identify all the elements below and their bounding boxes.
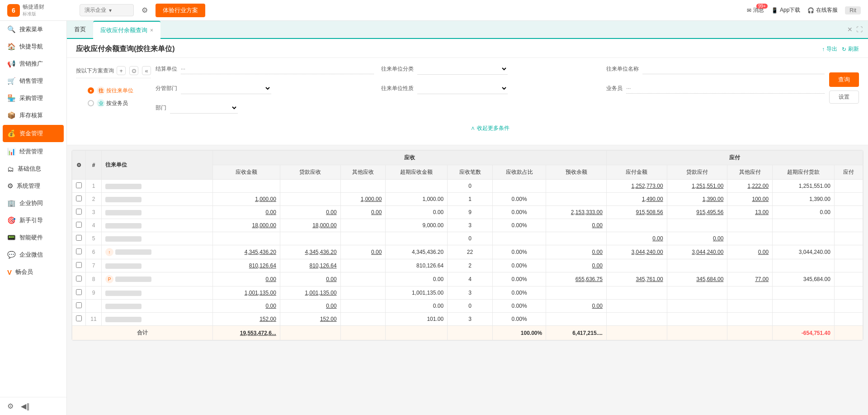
table-row: 11152.00152.00101.0030.00%: [72, 313, 863, 326]
quick-nav-icon: 🏠: [7, 43, 16, 51]
sidebar-item-label: 基础信息: [18, 165, 41, 173]
sidebar-item-label: 库存核算: [19, 111, 43, 119]
sidebar-settings-icon[interactable]: ⚙: [7, 402, 14, 410]
sidebar-item-search-menu[interactable]: 🔍 搜索菜单: [0, 21, 66, 38]
tab-bar: 首页 应收应付余额查询 × ✕ ⛶: [67, 21, 868, 39]
sales-icon: 🛒: [7, 77, 16, 85]
sidebar-item-system[interactable]: ⚙ 系统管理: [0, 177, 66, 195]
col-gear[interactable]: ⚙: [72, 151, 86, 180]
download-icon: 📱: [771, 7, 778, 14]
operations-icon: 📊: [7, 148, 16, 156]
trial-button[interactable]: 体验行业方案: [156, 4, 205, 17]
col-ap-loan[interactable]: 贷款应付: [667, 165, 727, 180]
col-row-num: #: [86, 151, 102, 180]
filter-input-salesperson[interactable]: [626, 83, 825, 94]
top-bar: 6 畅捷通财 标准版 演示企业 ▾ ⚙ 体验行业方案 ✉ 消息 99+ 📱 Ap…: [0, 0, 868, 21]
filter-cell-nature: 往来单位性质: [381, 83, 599, 94]
col-ar-count[interactable]: 应收笔数: [448, 165, 493, 180]
filter-input-settle[interactable]: [181, 64, 374, 74]
table-row: 7810,126.64810,126.64810,126.6420.00%0.0…: [72, 259, 863, 272]
message-icon: ✉: [747, 7, 751, 14]
data-table: ⚙ # 往来单位 应收 应付 应收金额 贷款应收 其他应收 超期应收金额 应收笔…: [72, 150, 863, 340]
footer-ar-count: [448, 326, 493, 340]
footer-ar-other: [340, 326, 386, 340]
app-download-button[interactable]: 📱 App下载: [771, 6, 800, 14]
col-ar-amount[interactable]: 应收金额: [212, 165, 280, 180]
col-ar-prepay[interactable]: 预收余额: [546, 165, 607, 180]
sidebar-item-enterprise[interactable]: 🏢 企业协同: [0, 195, 66, 212]
nav-option-salesperson[interactable]: 业 按业务员: [85, 97, 151, 109]
online-service-button[interactable]: 🎧 在线客服: [807, 6, 838, 14]
footer-ap-other: [727, 326, 773, 340]
filter-row-2: 分管部门 往来单位性质 业务员: [156, 83, 825, 94]
sidebar-item-sales[interactable]: 🛒 销售管理: [0, 72, 66, 90]
radio-salesperson: [88, 100, 94, 106]
filter-scheme: 按以下方案查询 + ⊙ «: [76, 63, 151, 78]
col-ar-ratio[interactable]: 应收款占比: [492, 165, 546, 180]
footer-ap-amount: [606, 326, 667, 340]
messages-badge: 99+: [756, 4, 768, 9]
filter-select-category[interactable]: [417, 63, 508, 75]
tab-home[interactable]: 首页: [67, 21, 93, 38]
company-selector[interactable]: 演示企业 ▾: [80, 4, 134, 16]
query-button[interactable]: 查询: [829, 72, 859, 87]
filter-select-dept[interactable]: [181, 83, 271, 94]
scheme-settings-btn[interactable]: ⊙: [129, 66, 138, 75]
collapse-more-btn[interactable]: ∧ 收起更多条件: [156, 122, 825, 135]
window-expand-icon[interactable]: ⛶: [856, 26, 863, 33]
col-ap-other[interactable]: 其他应付: [727, 165, 773, 180]
filter-select-nature[interactable]: [417, 83, 508, 94]
export-button[interactable]: ↑ 导出: [822, 45, 837, 53]
filter-select-department[interactable]: [170, 102, 238, 114]
col-ap-amount[interactable]: 应付金额: [606, 165, 667, 180]
page-title-row: 应收应付余额查询(按往来单位) ↑ 导出 ↻ 刷新: [76, 44, 859, 57]
col-ar-loan[interactable]: 贷款应收: [280, 165, 340, 180]
filter-row-3: 部门: [156, 102, 825, 114]
filter-row-1: 结算单位 往来单位分类 往来单位名称: [156, 63, 825, 75]
purchase-icon: 🏪: [7, 94, 16, 102]
sidebar-item-inventory[interactable]: 📦 库存核算: [0, 107, 66, 124]
export-icon: ↑: [822, 46, 825, 52]
filter-label-dept: 分管部门: [156, 85, 177, 92]
sidebar-item-wechat[interactable]: 💬 企业微信: [0, 246, 66, 263]
page-actions: ↑ 导出 ↻ 刷新: [822, 45, 859, 53]
sidebar-item-label: 畅会员: [15, 268, 33, 276]
window-close-icon[interactable]: ✕: [847, 26, 853, 33]
sidebar-item-beginner[interactable]: 🎯 新手引导: [0, 212, 66, 229]
tab-close-icon[interactable]: ×: [150, 27, 153, 33]
sidebar-item-marketing[interactable]: 📢 营销推广: [0, 55, 66, 72]
messages-button[interactable]: ✉ 消息 99+: [747, 6, 764, 14]
top-settings-button[interactable]: ⚙: [138, 4, 151, 17]
scheme-collapse-btn[interactable]: «: [142, 66, 151, 75]
table-row: 6↑4,345,436.204,345,436.200.004,345,436.…: [72, 245, 863, 259]
user-avatar[interactable]: Rit: [845, 6, 861, 14]
sidebar-item-purchase[interactable]: 🏪 采购管理: [0, 90, 66, 107]
nav-option-partner[interactable]: ● 往 按往来单位: [85, 85, 151, 96]
col-ar-overdue[interactable]: 超期应收金额: [386, 165, 448, 180]
scheme-add-btn[interactable]: +: [117, 66, 126, 75]
tab-active[interactable]: 应收应付余额查询 ×: [93, 21, 160, 39]
vip-icon: V: [7, 268, 12, 276]
col-group-receivable: 应收: [212, 151, 606, 165]
col-ar-other[interactable]: 其他应收: [340, 165, 386, 180]
basic-info-icon: 🗂: [7, 165, 14, 173]
refresh-button[interactable]: ↻ 刷新: [842, 45, 859, 53]
system-icon: ⚙: [7, 182, 13, 190]
filter-input-partner-name[interactable]: [642, 64, 825, 74]
sidebar-item-operations[interactable]: 📊 经营管理: [0, 143, 66, 160]
sidebar-item-smart-hardware[interactable]: 📟 智能硬件: [0, 229, 66, 246]
company-name-text: 演示企业: [85, 6, 106, 14]
sidebar-item-vip[interactable]: V 畅会员: [0, 263, 66, 281]
sidebar-item-quick-nav[interactable]: 🏠 快捷导航: [0, 38, 66, 55]
app-logo-icon: 6: [7, 4, 20, 17]
col-partner: 往来单位: [102, 151, 213, 180]
filter-label-nature: 往来单位性质: [381, 85, 414, 92]
col-ap-remain[interactable]: 应付: [834, 165, 863, 180]
col-ap-overdue[interactable]: 超期应付货款: [773, 165, 835, 180]
sidebar-item-basic-info[interactable]: 🗂 基础信息: [0, 160, 66, 177]
sidebar-item-finance[interactable]: 💰 资金管理: [3, 125, 64, 142]
footer-ar-overdue: [386, 326, 448, 340]
settings-button[interactable]: 设置: [829, 91, 859, 104]
sidebar-collapse-icon[interactable]: ◀‖: [21, 402, 30, 410]
table-row: 418,000.0018,000.009,000.0030.00%0.00: [72, 219, 863, 232]
